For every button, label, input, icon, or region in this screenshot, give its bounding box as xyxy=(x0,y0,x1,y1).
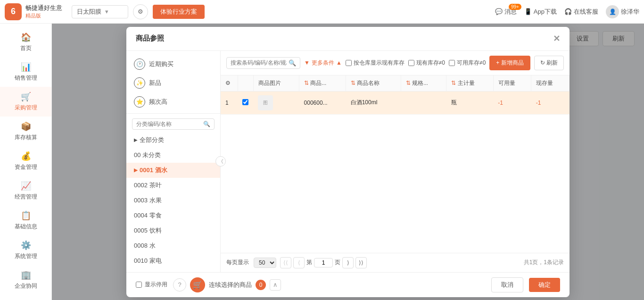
quick-recent-button[interactable]: 🕐 近期购买 xyxy=(126,55,220,74)
row-code: 000600... xyxy=(299,91,346,114)
category-0002[interactable]: 0002 茶叶 xyxy=(126,178,220,193)
sidebar-item-operations[interactable]: 📈 经营管理 xyxy=(0,176,51,206)
category-0008[interactable]: 0008 水 xyxy=(126,238,220,253)
sidebar: 🏠 首页 📊 销售管理 🛒 采购管理 📦 库存核算 💰 资金管理 📈 经营管理 … xyxy=(0,24,52,300)
col-image: 商品图片 xyxy=(253,75,299,92)
navbar-right: 💬 消息 99+ 📱 App下载 🎧 在线客服 👤 徐泽华 xyxy=(495,5,639,18)
modal-left-panel: 《 🕐 近期购买 ✨ 新品 ⭐ 频次高 xyxy=(126,51,221,272)
first-page-button[interactable]: ⟨⟨ xyxy=(280,257,291,268)
category-0005[interactable]: 0005 饮料 xyxy=(126,223,220,238)
quick-frequent-button[interactable]: ⭐ 频次高 xyxy=(126,92,220,111)
col-settings[interactable]: ⚙ xyxy=(221,75,238,92)
left-panel-collapse-button[interactable]: 《 xyxy=(215,156,226,167)
category-0004[interactable]: 0004 零食 xyxy=(126,208,220,223)
has-stock-checkbox[interactable] xyxy=(408,60,414,66)
operations-icon: 📈 xyxy=(21,181,31,191)
sidebar-item-purchase[interactable]: 🛒 采购管理 xyxy=(0,87,51,117)
modal-right-panel: 🔍 ▼ 更多条件 ▲ 按仓库显示现有库存 xyxy=(221,51,570,272)
modal-overlay: 商品参照 ✕ 《 🕐 近期购买 ✨ 新品 xyxy=(52,24,644,300)
online-service-nav-item[interactable]: 🎧 在线客服 xyxy=(564,8,598,16)
sort-icon: ⇅ xyxy=(351,80,355,86)
collapse-button[interactable]: ∧ xyxy=(270,279,281,291)
continuous-count: 0 xyxy=(256,280,266,290)
sidebar-item-label: 首页 xyxy=(20,44,32,52)
checkbox-by-warehouse[interactable]: 按仓库显示现有库存 xyxy=(346,59,405,67)
app-brand: 畅捷通好生意 精品版 xyxy=(25,4,62,19)
quick-new-button[interactable]: ✨ 新品 xyxy=(126,74,220,92)
sidebar-item-label: 库存核算 xyxy=(15,133,37,142)
refresh-button[interactable]: ↻ 刷新 xyxy=(534,56,564,70)
settings-icon[interactable]: ⚙ xyxy=(133,4,148,19)
frequent-icon: ⭐ xyxy=(134,96,145,108)
product-search-box[interactable]: 🔍 xyxy=(226,57,300,69)
product-reference-modal: 商品参照 ✕ 《 🕐 近期购买 ✨ 新品 xyxy=(126,27,570,297)
sidebar-item-basic[interactable]: 📋 基础信息 xyxy=(0,206,51,235)
modal-toolbar: 🔍 ▼ 更多条件 ▲ 按仓库显示现有库存 xyxy=(221,51,570,75)
row-available: -1 xyxy=(493,91,531,114)
sidebar-item-enterprise[interactable]: 🏢 企业协同 xyxy=(0,265,51,295)
total-info: 共1页，1条记录 xyxy=(524,258,564,267)
cancel-button[interactable]: 取消 xyxy=(491,277,523,292)
inventory-icon: 📦 xyxy=(21,121,31,132)
show-disabled-checkbox[interactable] xyxy=(136,282,142,288)
available-stock-checkbox[interactable] xyxy=(449,60,455,66)
col-name[interactable]: ⇅ 商品名称 xyxy=(346,75,401,92)
sidebar-item-finance[interactable]: 💰 资金管理 xyxy=(0,146,51,176)
show-disabled-label[interactable]: 显示停用 xyxy=(136,281,167,289)
page-label: 第 xyxy=(306,258,312,267)
next-page-button[interactable]: ⟩ xyxy=(342,257,354,268)
last-page-button[interactable]: ⟩⟩ xyxy=(355,257,367,268)
checkbox-has-stock[interactable]: 现有库存≠0 xyxy=(408,59,445,67)
sidebar-item-sales[interactable]: 📊 销售管理 xyxy=(0,57,51,87)
category-arrow: ▶ xyxy=(134,137,138,142)
sidebar-item-label: 基础信息 xyxy=(15,223,37,231)
sidebar-item-system[interactable]: ⚙️ 系统管理 xyxy=(0,235,51,265)
product-search-input[interactable] xyxy=(231,59,287,66)
filter-icon: ▼ xyxy=(304,59,310,66)
messages-nav-item[interactable]: 💬 消息 99+ xyxy=(495,8,517,16)
add-product-button[interactable]: + 新增商品 xyxy=(489,56,530,70)
left-divider xyxy=(126,113,220,114)
row-checkbox-cell[interactable] xyxy=(238,91,253,114)
category-0010[interactable]: 0010 家电 xyxy=(126,253,220,268)
page-nav: ⟨⟨ ⟨ 第 页 ⟩ ⟩⟩ xyxy=(280,257,367,268)
row-checkbox[interactable] xyxy=(242,99,248,105)
checkbox-available-stock[interactable]: 可用库存≠0 xyxy=(449,59,486,67)
filter-up-icon: ▲ xyxy=(336,59,342,66)
cta-button[interactable]: 体验行业方案 xyxy=(153,5,205,19)
store-selector[interactable]: 日太阳膜 ▾ xyxy=(72,5,128,18)
row-spec xyxy=(401,91,446,114)
category-0003[interactable]: 0003 水果 xyxy=(126,193,220,208)
confirm-button[interactable]: 确定 xyxy=(529,278,560,292)
sidebar-item-home[interactable]: 🏠 首页 xyxy=(0,27,51,57)
user-profile[interactable]: 👤 徐泽华 xyxy=(606,5,639,18)
page-input[interactable] xyxy=(314,258,333,267)
app-download-nav-item[interactable]: 📱 App下载 xyxy=(524,8,557,16)
per-page-select[interactable]: 50 xyxy=(254,258,276,268)
col-unit[interactable]: ⇅ 主计量 xyxy=(446,75,493,92)
filter-button[interactable]: ▼ 更多条件 ▲ xyxy=(304,59,342,67)
sort-icon: ⇅ xyxy=(304,80,309,86)
category-0001[interactable]: ▶ 0001 酒水 xyxy=(126,163,220,178)
product-table: ⚙ 商品图片 ⇅ 商品... ⇅ xyxy=(221,75,570,115)
table-row[interactable]: 1 图 000600... 白酒100ml xyxy=(221,91,570,114)
category-search[interactable]: 🔍 xyxy=(132,118,215,130)
modal-close-button[interactable]: ✕ xyxy=(553,33,560,44)
help-icon: ? xyxy=(178,281,181,288)
category-search-input[interactable] xyxy=(136,121,203,127)
product-table-wrap: ⚙ 商品图片 ⇅ 商品... ⇅ xyxy=(221,75,570,253)
sidebar-item-inventory[interactable]: 📦 库存核算 xyxy=(0,117,51,146)
category-all[interactable]: ▶ 全部分类 xyxy=(126,133,220,148)
sidebar-item-guide[interactable]: 🎓 新手引导 xyxy=(0,295,51,300)
new-icon: ✨ xyxy=(134,77,145,89)
prev-page-button[interactable]: ⟨ xyxy=(293,257,305,268)
by-warehouse-checkbox[interactable] xyxy=(346,60,352,66)
help-button[interactable]: ? xyxy=(173,278,186,292)
category-00[interactable]: 00 未分类 xyxy=(126,148,220,163)
page-suffix: 页 xyxy=(335,258,340,267)
col-spec[interactable]: ⇅ 规格... xyxy=(401,75,446,92)
modal-header: 商品参照 ✕ xyxy=(126,27,570,51)
category-search-icon: 🔍 xyxy=(203,121,210,127)
col-code[interactable]: ⇅ 商品... xyxy=(299,75,346,92)
recent-icon: 🕐 xyxy=(134,58,145,70)
